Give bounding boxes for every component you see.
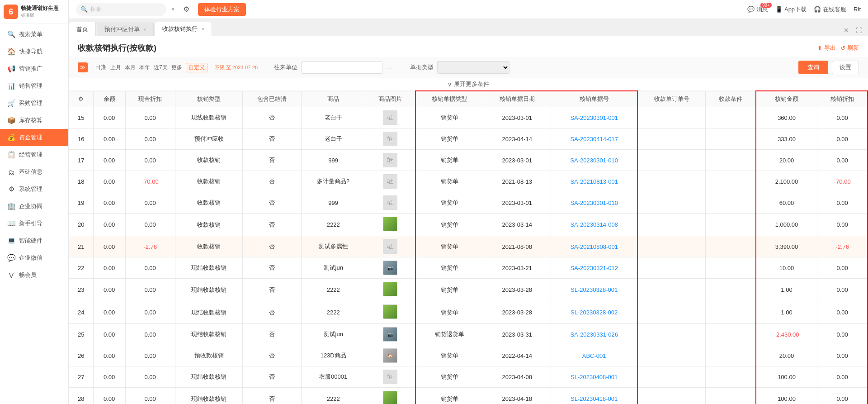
cell-9[interactable]: SL-20230328-002 [551,301,637,324]
user-menu[interactable]: Rit [854,6,861,13]
cell-9[interactable]: SA-20230301-001 [551,107,637,128]
sidebar-item-member[interactable]: V 畅会员 [0,266,68,284]
bill-no-link[interactable]: SA-20210813-001 [570,178,618,185]
cell-1: 0.00 [93,366,125,388]
expand-more-button[interactable]: ∨ 展开更多条件 [448,80,489,88]
headset-icon: 🎧 [814,6,821,13]
cell-10 [637,366,705,388]
cell-9[interactable]: SA-20210808-001 [551,236,637,257]
bill-no-link[interactable]: SL-20230328-002 [571,309,618,316]
sidebar-item-smart-hw[interactable]: 💻 智能硬件 [0,232,68,249]
tab-prepay-close[interactable]: × [143,27,146,32]
date-option-more[interactable]: 更多 [171,64,182,71]
cell-12: 100.00 [756,388,817,404]
cell-4: 否 [243,345,302,366]
partner-dots-icon[interactable]: ··· [386,64,394,71]
cell-13: 0.00 [817,128,868,150]
query-button[interactable]: 查询 [798,61,828,74]
date-custom-btn[interactable]: 自定义 [186,63,208,72]
cell-0: 25 [69,324,94,345]
tab-writeoff-close[interactable]: × [201,26,204,32]
sidebar-item-marketing[interactable]: 📢 营销推广 [0,60,68,77]
cell-12: 360.00 [756,107,817,128]
message-button[interactable]: 💬 消息 99+ [747,5,768,14]
gear-icon[interactable]: ⚙ [180,3,193,16]
export-button[interactable]: ⬆ 导出 [817,44,836,52]
sidebar-item-purchase[interactable]: 🛒 采购管理 [0,95,68,112]
sidebar-item-basic-info[interactable]: 🗂 基础信息 [0,163,68,181]
sidebar-item-sales[interactable]: 📊 销售管理 [0,77,68,95]
date-option-this-year[interactable]: 本年 [139,64,150,71]
cell-10 [637,236,705,257]
bill-no-link[interactable]: SL-20230418-001 [571,395,618,402]
product-image: 🛍 [383,370,397,384]
bill-no-link[interactable]: SA-20230331-026 [570,331,618,338]
bill-no-link[interactable]: SA-20230301-010 [570,200,618,206]
bill-no-link[interactable]: SA-20230414-017 [570,136,618,143]
cell-9[interactable]: SA-20230314-008 [551,214,637,236]
sidebar-item-inventory[interactable]: 📦 库存核算 [0,112,68,129]
cell-7: 销货单 [415,171,483,192]
cell-10 [637,324,705,345]
tab-home[interactable]: 首页 [69,22,96,36]
filter-settings-button[interactable]: 设置 [832,61,859,74]
tab-writeoff[interactable]: 收款核销执行 × [155,22,212,36]
cell-13: 0.00 [817,214,868,236]
bill-no-link[interactable]: SL-20230408-001 [571,374,618,380]
cell-7: 销货单 [415,107,483,128]
cell-9[interactable]: SL-20230328-001 [551,279,637,301]
product-image: 🛍 [383,153,397,167]
cell-9[interactable]: SA-20230301-010 [551,192,637,214]
filter-expand-button[interactable]: ≫ [78,62,88,72]
date-option-7days[interactable]: 近7天 [154,64,168,71]
bill-no-link[interactable]: SA-20230321-012 [570,265,618,271]
cell-9[interactable]: SA-20230331-026 [551,324,637,345]
cell-4: 否 [243,279,302,301]
cell-4: 否 [243,301,302,324]
sidebar-item-system[interactable]: ⚙ 系统管理 [0,181,68,198]
cell-9[interactable]: SL-20230418-001 [551,388,637,404]
sidebar-item-quick-nav[interactable]: 🏠 快捷导航 [0,43,68,60]
app-download-button[interactable]: 📱 App下载 [775,5,807,14]
date-option-this-month[interactable]: 本月 [125,64,136,71]
cell-9[interactable]: SA-20230321-012 [551,257,637,279]
cell-12: 20.00 [756,150,817,171]
sidebar-item-finance[interactable]: 💰 资金管理 [0,129,68,146]
logo-icon: 6 [4,5,18,19]
bill-no-link[interactable]: SA-20230301-001 [570,114,618,121]
date-filter-label: 日期 [95,63,107,71]
tab-prepay[interactable]: 预付冲应付单 × [97,22,154,36]
cell-9[interactable]: ABC-001 [551,345,637,366]
bill-no-link[interactable]: SA-20230301-010 [570,157,618,164]
solution-button[interactable]: 体验行业方案 [198,3,246,16]
bill-no-link[interactable]: SA-20210808-001 [570,243,618,250]
bill-type-select[interactable] [437,61,509,74]
partner-input[interactable] [301,61,382,74]
cell-9[interactable]: SA-20230414-017 [551,128,637,150]
cell-9[interactable]: SA-20230301-010 [551,150,637,171]
refresh-button[interactable]: ↺ 刷新 [840,44,859,52]
sidebar-item-search[interactable]: 🔍 搜索菜单 [0,26,68,43]
sidebar-item-wechat[interactable]: 💬 企业微信 [0,249,68,266]
window-maximize-btn[interactable]: ⛶ [854,25,864,36]
window-close-btn[interactable]: ✕ [841,25,852,36]
bill-no-link[interactable]: SL-20230328-001 [571,286,618,293]
date-option-last-month[interactable]: 上月 [110,64,121,71]
sidebar-item-operation[interactable]: 📋 经营管理 [0,146,68,163]
bill-no-link[interactable]: SA-20230314-008 [570,221,618,228]
cell-3: 收款核销 [175,214,243,236]
cell-6 [365,301,415,324]
bill-no-link[interactable]: ABC-001 [582,352,606,359]
cell-1: 0.00 [93,388,125,404]
sidebar-item-label-basic-info: 基础信息 [19,168,42,176]
online-service-button[interactable]: 🎧 在线客服 [814,5,846,14]
sidebar-item-label-search: 搜索菜单 [19,30,42,38]
cell-4: 否 [243,192,302,214]
mobile-icon: 📱 [775,6,783,13]
cell-9[interactable]: SL-20230408-001 [551,366,637,388]
topbar-search-box[interactable]: 🔍 搜索 [76,3,166,16]
cell-9[interactable]: SA-20210813-001 [551,171,637,192]
sidebar-item-guide[interactable]: 📖 新手引导 [0,215,68,232]
sidebar-item-enterprise[interactable]: 🏢 企业协同 [0,198,68,215]
cell-11 [706,192,756,214]
